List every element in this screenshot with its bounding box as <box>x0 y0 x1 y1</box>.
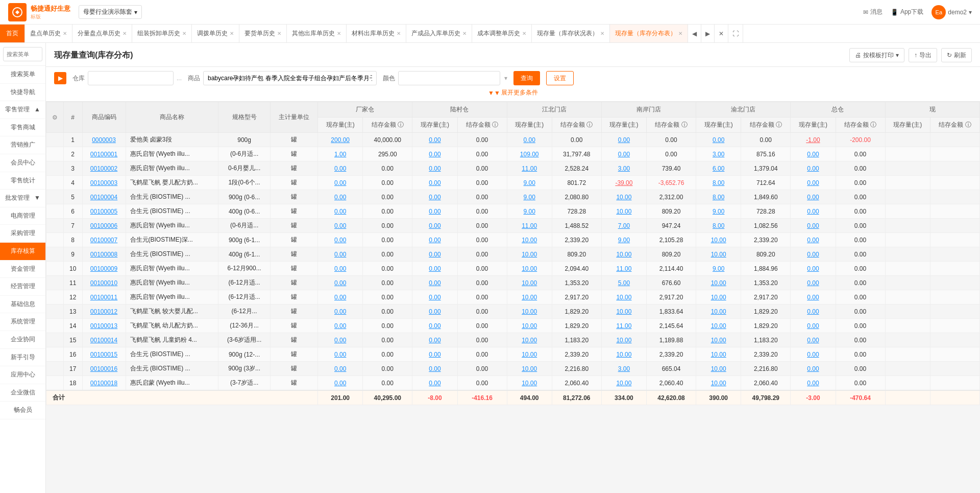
summary-curr-qty <box>885 390 930 405</box>
col-nanan-amt: 结存金额 ⓘ <box>647 118 696 133</box>
sidebar-search-area <box>0 43 45 66</box>
export-btn[interactable]: ↑ 导出 <box>909 48 937 62</box>
tab-partial-count[interactable]: 分量盘点单历史 ✕ <box>72 25 132 42</box>
close-icon[interactable]: ✕ <box>277 31 281 36</box>
company-dropdown[interactable]: 母婴行业演示陈套 ▾ <box>79 5 142 19</box>
user-avatar-area[interactable]: Ea demo2 ▾ <box>932 5 972 19</box>
logo-text: 畅捷通好生意 标版 <box>31 4 70 20</box>
close-icon[interactable]: ✕ <box>678 31 682 36</box>
tab-stock-dist[interactable]: 现存量（库存分布表） ✕ <box>610 25 688 42</box>
sidebar-item-retail-mall[interactable]: 零售商城 <box>0 119 45 137</box>
tab-next-btn[interactable]: ▶ <box>701 25 715 42</box>
sidebar-item-inventory[interactable]: 库存核算 <box>0 243 45 261</box>
tab-close-all-btn[interactable]: ✕ <box>715 25 728 42</box>
message-icon: ✉ <box>863 9 868 16</box>
sidebar-item-marketing[interactable]: 营销推广 <box>0 136 45 154</box>
table-row: 8 00100007 合生元(BIOSTIME)深... 900g (6-1..… <box>46 233 980 247</box>
message-btn[interactable]: ✉ 消息 <box>863 8 883 16</box>
table-container[interactable]: ⚙ # 商品编码 商品名称 规格型号 主计量单位 厂家仓 陆村仓 江北门店 南岸… <box>46 102 980 493</box>
sidebar-item-app-center[interactable]: 应用中心 <box>0 366 45 384</box>
summary-c3-qty: 494.00 <box>507 390 552 405</box>
sidebar-item-retail[interactable]: 零售管理 ▲ <box>0 101 45 119</box>
expand-conditions-btn[interactable]: ▼▼ 展开更多条件 <box>488 88 538 97</box>
col-group-current: 现 <box>885 102 979 118</box>
col-index: # <box>63 102 82 133</box>
tab-cost-adjust[interactable]: 成本调整单历史 ✕ <box>472 25 532 42</box>
col-settings[interactable]: ⚙ <box>46 102 64 133</box>
print-btn[interactable]: 🖨 按模板打印 ▾ <box>849 48 904 62</box>
summary-c4-qty: 334.00 <box>601 390 646 405</box>
summary-label: 合计 <box>46 390 318 405</box>
app-download-btn[interactable]: 📱 App下载 <box>891 8 923 16</box>
close-icon[interactable]: ✕ <box>600 31 604 36</box>
summary-c3-amt: 81,272.06 <box>552 390 601 405</box>
close-icon[interactable]: ✕ <box>122 31 127 36</box>
close-icon[interactable]: ✕ <box>63 31 67 36</box>
table-row: 17 00100016 合生元 (BIOSTIME) ... 900g (3岁.… <box>46 362 980 376</box>
top-right-actions: ✉ 消息 📱 App下载 Ea demo2 ▾ <box>863 5 972 19</box>
color-input[interactable] <box>398 71 500 85</box>
tab-home[interactable]: 首页 <box>0 25 25 42</box>
col-jiangbei-qty: 现存量(主) <box>507 118 552 133</box>
close-icon[interactable]: ✕ <box>337 31 341 36</box>
sidebar-item-basic[interactable]: 基础信息 <box>0 296 45 314</box>
filter-toggle-btn[interactable]: ▶ <box>54 72 66 84</box>
search-input[interactable] <box>3 47 42 61</box>
summary-curr-amt <box>930 390 979 405</box>
sidebar-item-system[interactable]: 系统管理 <box>0 313 45 331</box>
sidebar-item-nav[interactable]: 快捷导航 <box>0 84 45 102</box>
sidebar-item-finance[interactable]: 资金管理 <box>0 261 45 278</box>
warehouse-dots-btn[interactable]: ... <box>177 75 182 82</box>
sidebar-item-ecommerce[interactable]: 电商管理 <box>0 207 45 225</box>
close-icon[interactable]: ✕ <box>462 31 467 36</box>
sidebar-item-retail-stat[interactable]: 零售统计 <box>0 172 45 190</box>
tab-transfer[interactable]: 调拨单历史 ✕ <box>192 25 239 42</box>
tab-other-out[interactable]: 其他出库单历史 ✕ <box>287 25 347 42</box>
avatar: Ea <box>932 5 946 19</box>
export-icon: ↑ <box>914 52 917 59</box>
sidebar: 搜索英单 快捷导航 零售管理 ▲ 零售商城 营销推广 会员中心 零售统计 批发管… <box>0 43 46 493</box>
tab-material-out[interactable]: 材料出库单历史 ✕ <box>347 25 406 42</box>
tab-expand-btn[interactable]: ⛶ <box>728 25 743 42</box>
close-icon[interactable]: ✕ <box>522 31 526 36</box>
close-icon[interactable]: ✕ <box>397 31 401 36</box>
table-row: 13 00100012 飞鹤星飞帆 较大婴儿配... (6-12月... 罐 0… <box>46 304 980 319</box>
tab-inventory-count[interactable]: 盘点单历史 ✕ <box>25 25 72 42</box>
summary-c1-amt: 40,295.00 <box>363 390 412 405</box>
tab-purchase-order[interactable]: 要货单历史 ✕ <box>239 25 287 42</box>
sidebar-item-wechat[interactable]: 企业微信 <box>0 384 45 402</box>
warehouse-input[interactable] <box>88 71 174 85</box>
tab-finished-in[interactable]: 产成品入库单历史 ✕ <box>406 25 472 42</box>
close-icon[interactable]: ✕ <box>230 31 234 36</box>
table-row: 1 0000003 爱他美 卤蒙3段 900g 罐 200.00 40,000.… <box>46 133 980 147</box>
sidebar-item-operations[interactable]: 经营管理 <box>0 278 45 296</box>
col-code: 商品编码 <box>82 102 126 133</box>
sidebar-item-wholesale[interactable]: 批发管理 ▼ <box>0 190 45 207</box>
col-total-qty: 现存量(主) <box>791 118 836 133</box>
tab-bar: 首页 盘点单历史 ✕ 分量盘点单历史 ✕ 组装拆卸单历史 ✕ 调拨单历史 ✕ 要… <box>0 25 980 43</box>
tab-assembly[interactable]: 组装拆卸单历史 ✕ <box>132 25 192 42</box>
summary-c2-amt: -416.16 <box>457 390 507 405</box>
refresh-btn[interactable]: ↻ 刷新 <box>941 48 972 62</box>
sidebar-item-purchase[interactable]: 采购管理 <box>0 225 45 243</box>
product-input[interactable] <box>203 71 377 85</box>
col-factory-amt: 结存金额 ⓘ <box>363 118 412 133</box>
tab-prev-btn[interactable]: ◀ <box>688 25 701 42</box>
tab-stock-status[interactable]: 现存量（库存状况表） ✕ <box>532 25 610 42</box>
logo-area: 畅捷通好生意 标版 母婴行业演示陈套 ▾ <box>8 3 142 21</box>
sidebar-item-guide[interactable]: 新手引导 <box>0 349 45 367</box>
summary-t-qty: -3.00 <box>791 390 836 405</box>
color-chevron-icon: ▾ <box>504 75 507 82</box>
search-btn[interactable]: 查询 <box>513 71 540 85</box>
close-icon[interactable]: ✕ <box>182 31 186 36</box>
sidebar-item-enterprise[interactable]: 企业协同 <box>0 331 45 349</box>
sidebar-item-search[interactable]: 搜索英单 <box>0 66 45 84</box>
chevron-down-icon: ▾ <box>896 52 899 59</box>
col-yubei-amt: 结存金额 ⓘ <box>741 118 791 133</box>
sidebar-item-member[interactable]: 会员中心 <box>0 154 45 172</box>
sidebar-item-member2[interactable]: 畅会员 <box>0 402 45 419</box>
chevron-down-icon: ▼▼ <box>488 89 500 97</box>
setting-btn[interactable]: 设置 <box>546 71 574 85</box>
table-row: 9 00100008 合生元 (BIOSTIME) ... 400g (6-1.… <box>46 247 980 262</box>
table-row: 6 00100005 合生元 (BIOSTIME) ... 400g (0-6.… <box>46 204 980 219</box>
